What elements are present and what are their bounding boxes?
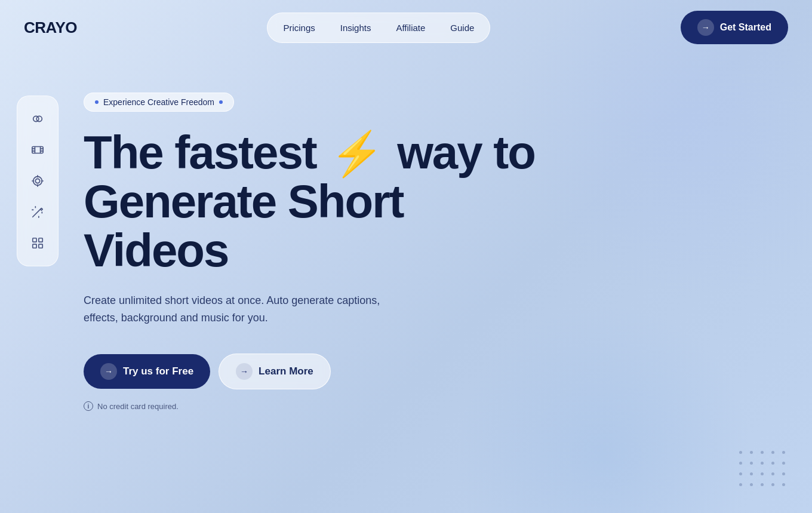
badge-dot (95, 100, 99, 104)
hero-title-line3: Generate Short Videos (84, 175, 403, 277)
info-icon: i (84, 401, 93, 411)
svg-rect-20 (33, 238, 36, 242)
get-started-button[interactable]: → Get Started (681, 11, 788, 44)
svg-rect-23 (39, 244, 42, 248)
learn-more-button[interactable]: → Learn More (219, 354, 331, 389)
nav-guide[interactable]: Guide (438, 18, 486, 38)
nav-links: Pricings Insights Affiliate Guide (267, 13, 490, 43)
navbar: CRAYO Pricings Insights Affiliate Guide … (0, 0, 812, 55)
try-free-button[interactable]: → Try us for Free (84, 354, 210, 389)
arrow-icon: → (697, 19, 714, 36)
try-free-arrow-icon: → (100, 363, 117, 380)
hero-title-line1: The fastest (84, 126, 328, 179)
no-cc-text: No credit card required. (97, 402, 179, 411)
svg-point-1 (36, 116, 42, 121)
nav-affiliate[interactable]: Affiliate (384, 18, 437, 38)
logo-text: CRAYO (24, 19, 77, 37)
svg-rect-2 (32, 147, 43, 153)
hero-section: Experience Creative Freedom The fastest … (84, 93, 549, 411)
hero-subtitle: Create unlimited short videos at once. A… (84, 292, 394, 327)
nav-insights[interactable]: Insights (328, 18, 383, 38)
sidebar-icon-circles[interactable] (24, 106, 51, 132)
svg-point-9 (33, 177, 42, 186)
svg-rect-21 (39, 238, 42, 242)
sidebar (17, 96, 59, 266)
sidebar-icon-grid[interactable] (24, 230, 51, 256)
badge: Experience Creative Freedom (84, 93, 234, 112)
svg-point-10 (35, 179, 39, 183)
hero-buttons: → Try us for Free → Learn More (84, 354, 549, 389)
get-started-label: Get Started (720, 22, 771, 33)
decorative-dots (739, 451, 788, 489)
nav-pricings[interactable]: Pricings (271, 18, 327, 38)
no-credit-card-notice: i No credit card required. (84, 401, 549, 411)
badge-dot-right (219, 100, 223, 104)
sidebar-icon-film[interactable] (24, 137, 51, 163)
hero-title-line2: way to (385, 126, 534, 179)
sidebar-icon-wand[interactable] (24, 199, 51, 225)
try-free-label: Try us for Free (123, 365, 193, 377)
svg-line-15 (33, 209, 41, 217)
badge-text: Experience Creative Freedom (103, 97, 214, 107)
learn-more-arrow-icon: → (236, 363, 253, 380)
learn-more-label: Learn More (259, 365, 313, 377)
lightning-emoji: ⚡ (330, 132, 383, 175)
svg-rect-22 (33, 244, 36, 248)
sidebar-icon-badge[interactable] (24, 168, 51, 194)
hero-title: The fastest ⚡ way to Generate Short Vide… (84, 128, 549, 275)
logo[interactable]: CRAYO (24, 19, 77, 37)
